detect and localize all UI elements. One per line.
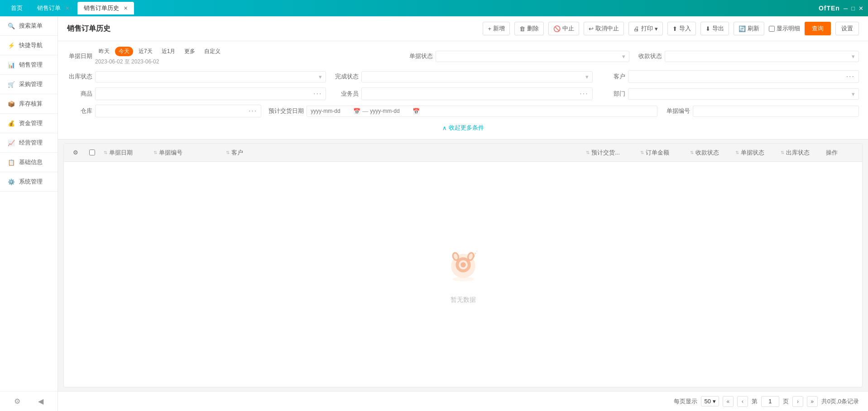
sort-icon-left[interactable]: ⇅ [104, 150, 107, 155]
last-page-btn[interactable]: » [807, 396, 818, 407]
salesperson-input-wrap[interactable]: ··· [361, 87, 592, 100]
sidebar-item-system[interactable]: ⚙️ 系统管理 [0, 172, 58, 192]
sidebar-item-quicknav[interactable]: ⚡ 快捷导航 [0, 36, 58, 55]
sort-icon-delivery[interactable]: ⇅ [586, 150, 590, 155]
date-more[interactable]: 更多 [181, 47, 199, 56]
tab-bar: 首页 销售订单 ✕ 销售订单历史 ✕ [5, 2, 134, 15]
calendar-icon-from[interactable]: 📅 [353, 108, 360, 115]
prev-page-btn[interactable]: ‹ [737, 396, 748, 407]
warehouse-dots[interactable]: ··· [249, 107, 257, 115]
system-icon: ⚙️ [7, 178, 15, 186]
filter-warehouse: 仓库 ··· [67, 105, 261, 117]
payment-status-select[interactable]: ▾ [665, 51, 859, 62]
warehouse-input-wrap[interactable]: ··· [95, 105, 261, 117]
close-btn[interactable]: ✕ [858, 5, 863, 12]
purchase-icon: 🛒 [7, 80, 15, 88]
delivery-date-to[interactable] [370, 108, 411, 114]
complete-status-select[interactable]: ▾ [361, 71, 592, 82]
tab-sales-order-history[interactable]: 销售订单历史 ✕ [77, 2, 134, 15]
dept-select[interactable]: ▾ [628, 88, 859, 100]
sort-icon-payment[interactable]: ⇅ [690, 150, 694, 155]
sidebar-item-basic-info[interactable]: 📋 基础信息 [0, 153, 58, 172]
goods-dots[interactable]: ··· [313, 90, 322, 98]
customer-input-wrap[interactable]: ··· [628, 70, 859, 83]
display-columns-checkbox[interactable]: 显示明细 [769, 24, 800, 33]
first-page-btn[interactable]: « [723, 396, 734, 407]
sort-icon-status[interactable]: ⇅ [735, 150, 739, 155]
stop-button[interactable]: 🚫 中止 [548, 22, 579, 35]
setting-button[interactable]: 设置 [835, 22, 859, 35]
maximize-btn[interactable]: □ [851, 5, 855, 12]
total-label: 共0页,0条记录 [821, 397, 859, 406]
delete-button[interactable]: 🗑 删除 [514, 22, 544, 35]
sidebar-collapse-btn[interactable]: ◀ [38, 397, 43, 406]
sidebar-bottom: ⚙ ◀ [0, 391, 58, 411]
customer-input[interactable] [632, 73, 844, 80]
sidebar-item-sales[interactable]: 📊 销售管理 [0, 55, 58, 75]
date-7days[interactable]: 近7天 [135, 47, 156, 56]
minimize-btn[interactable]: ─ [844, 5, 848, 12]
print-button[interactable]: 🖨 打印 ▾ [628, 22, 663, 35]
export-button[interactable]: ⬇ 导出 [700, 22, 729, 35]
goods-input-wrap[interactable]: ··· [95, 87, 326, 100]
th-checkbox[interactable] [84, 150, 100, 155]
sidebar-item-operations[interactable]: 📈 经营管理 [0, 133, 58, 153]
sidebar-item-search[interactable]: 🔍 搜索菜单 [0, 16, 58, 36]
per-page-select[interactable]: 50 ▾ [701, 396, 719, 406]
warehouse-input[interactable] [99, 108, 247, 115]
date-custom[interactable]: 自定义 [201, 47, 224, 56]
bill-status-select[interactable]: ▾ [436, 51, 630, 62]
display-columns-input[interactable] [769, 26, 775, 32]
sidebar-item-finance[interactable]: 💰 资金管理 [0, 114, 58, 133]
date-yesterday[interactable]: 昨天 [95, 47, 113, 56]
th-status-label: 单据状态 [741, 149, 764, 157]
close-tab-sales-order-history[interactable]: ✕ [124, 5, 128, 11]
import-button[interactable]: ⬆ 导入 [667, 22, 696, 35]
th-delivery: ⇅ 预计交货... [582, 149, 637, 157]
dept-chevron: ▾ [852, 91, 855, 97]
current-page-input[interactable] [761, 396, 779, 407]
page-header: 销售订单历史 + 新增 🗑 删除 🚫 中止 ↩ [58, 16, 868, 41]
tab-home[interactable]: 首页 [5, 2, 29, 15]
settings-icon: ⚙ [73, 149, 78, 156]
query-button[interactable]: 查询 [805, 22, 831, 35]
import-label: 导入 [679, 24, 691, 33]
bill-no-input-wrap[interactable] [693, 106, 859, 117]
bill-status-chevron: ▾ [622, 53, 625, 60]
next-page-btn[interactable]: › [792, 396, 803, 407]
salesperson-input[interactable] [365, 91, 578, 97]
sidebar-settings-btn[interactable]: ⚙ [14, 397, 20, 406]
sidebar-item-inventory[interactable]: 📦 库存核算 [0, 94, 58, 114]
sales-icon: 📊 [7, 61, 15, 69]
salesperson-dots[interactable]: ··· [580, 90, 588, 98]
th-payment-status: ⇅ 收款状态 [686, 149, 732, 157]
th-settings[interactable]: ⚙ [67, 149, 84, 156]
tab-sales-order[interactable]: 销售订单 ✕ [31, 2, 76, 15]
outbound-status-select[interactable]: ▾ [95, 71, 326, 82]
date-1month[interactable]: 近1月 [158, 47, 179, 56]
new-button[interactable]: + 新增 [483, 22, 510, 35]
filter-delivery-date: 预计交货日期 📅 — 📅 [269, 106, 657, 117]
stop-label: 中止 [562, 24, 574, 33]
table-header: ⚙ ⇅ 单据日期 ⇅ 单据编号 ⇅ 客户 ⇅ [64, 144, 862, 162]
th-bill-no: ⇅ 单据编号 [150, 149, 222, 157]
close-tab-sales-order[interactable]: ✕ [65, 5, 69, 11]
bill-no-input[interactable] [697, 108, 855, 115]
sort-icon-outbound[interactable]: ⇅ [781, 150, 784, 155]
refresh-label: 刷新 [748, 24, 759, 33]
cancel-stop-button[interactable]: ↩ 取消中止 [584, 22, 624, 35]
delivery-date-from[interactable] [311, 108, 351, 114]
customer-dots[interactable]: ··· [846, 73, 855, 81]
sort-icon-amount[interactable]: ⇅ [640, 150, 644, 155]
collapse-row[interactable]: ∧ 收起更多条件 [67, 122, 859, 134]
calendar-icon-to[interactable]: 📅 [412, 108, 420, 115]
sidebar-item-purchase[interactable]: 🛒 采购管理 [0, 75, 58, 94]
sort-icon-bill-no[interactable]: ⇅ [153, 150, 157, 155]
th-bill-status: ⇅ 单据状态 [732, 149, 777, 157]
date-today[interactable]: 今天 [115, 47, 133, 56]
sort-icon-customer[interactable]: ⇅ [226, 150, 230, 155]
select-all-checkbox[interactable] [89, 150, 95, 155]
table-area: ⚙ ⇅ 单据日期 ⇅ 单据编号 ⇅ 客户 ⇅ [63, 143, 863, 387]
refresh-button[interactable]: 🔄 刷新 [734, 22, 764, 35]
goods-input[interactable] [99, 91, 312, 97]
